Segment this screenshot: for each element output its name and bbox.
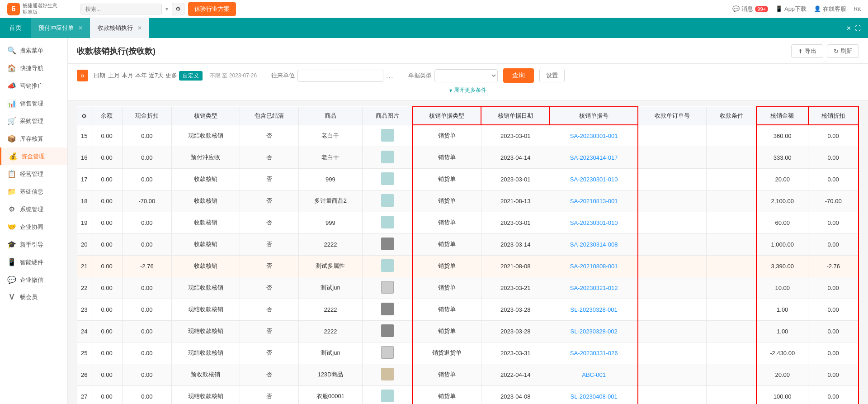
sidebar-item-finance[interactable]: 💰 资金管理 xyxy=(0,147,67,165)
td-writeoff-amount: 2,100.00 xyxy=(756,190,808,212)
query-btn[interactable]: 查询 xyxy=(503,68,534,83)
industry-btn[interactable]: 休验行业方案 xyxy=(188,2,236,16)
bill-no-link[interactable]: SA-20230414-017 xyxy=(570,154,618,161)
system-icon: ⚙ xyxy=(7,205,16,214)
bill-no-link[interactable]: ABC-001 xyxy=(582,371,606,378)
td-bill-type: 销货单 xyxy=(412,125,481,147)
date-option-more[interactable]: 更多 xyxy=(165,71,177,80)
td-receipt-no xyxy=(638,299,706,320)
td-bill-date: 2023-03-01 xyxy=(481,168,550,190)
partner-input[interactable] xyxy=(297,70,383,82)
sidebar-item-sales[interactable]: 📊 销售管理 xyxy=(0,95,67,112)
td-writeoff-discount: 0.00 xyxy=(808,233,859,255)
th-bill-type: 核销单据类型 xyxy=(412,107,481,125)
td-writeoff-amount: 20.00 xyxy=(756,364,808,385)
app-download-label: App下载 xyxy=(784,5,807,13)
expand-more-btn[interactable]: ▾ 展开更多条件 xyxy=(77,85,859,96)
td-receipt-cond xyxy=(707,147,756,168)
date-option-7days[interactable]: 近7天 xyxy=(149,71,164,80)
bill-no-link[interactable]: SA-20230314-008 xyxy=(570,241,618,248)
bill-no-link[interactable]: SA-20230301-010 xyxy=(570,176,618,183)
tab-close-all-icon[interactable]: ✕ xyxy=(846,25,851,32)
date-option-last-month[interactable]: 上月 xyxy=(108,71,120,80)
td-seq: 18 xyxy=(77,190,91,212)
bill-no-link[interactable]: SL-20230328-001 xyxy=(571,306,618,313)
td-bill-no: SA-20230321-012 xyxy=(550,277,638,299)
bill-no-link[interactable]: SA-20230331-026 xyxy=(570,350,618,356)
td-writeoff-type: 收款核销 xyxy=(172,212,240,233)
td-writeoff-type: 收款核销 xyxy=(172,255,240,277)
td-bill-no: SA-20230301-010 xyxy=(550,168,638,190)
bill-no-link[interactable]: SL-20230328-002 xyxy=(571,328,618,335)
date-range-text: 不限 至 2023-07-26 xyxy=(210,72,257,80)
date-custom-tag[interactable]: 自定义 xyxy=(179,71,203,81)
main-layout: 🔍 搜索菜单 🏠 快捷导航 📣 营销推广 📊 销售管理 🛒 采购管理 📦 xyxy=(0,38,868,404)
search-input[interactable] xyxy=(80,4,162,14)
td-goods: 测试多属性 xyxy=(298,255,362,277)
page-title-row: 收款核销执行(按收款) ⬆ 导出 ↻ 刷新 xyxy=(77,44,859,58)
date-option-this-year[interactable]: 本年 xyxy=(135,71,147,80)
app-download-btn[interactable]: 📱 App下载 xyxy=(775,5,807,13)
tab-expand-icon[interactable]: ⛶ xyxy=(855,25,861,32)
online-service-btn[interactable]: 👤 在线客服 xyxy=(814,5,846,13)
sidebar: 🔍 搜索菜单 🏠 快捷导航 📣 营销推广 📊 销售管理 🛒 采购管理 📦 xyxy=(0,38,68,404)
sidebar-item-purchase[interactable]: 🛒 采购管理 xyxy=(0,112,67,130)
date-option-this-month[interactable]: 本月 xyxy=(122,71,133,80)
bill-no-link[interactable]: SA-20210813-001 xyxy=(570,198,618,204)
td-balance: 0.00 xyxy=(91,212,122,233)
sidebar-label-search: 搜索菜单 xyxy=(20,47,43,55)
corp-icon: 🤝 xyxy=(7,223,16,231)
sidebar-item-marketing[interactable]: 📣 营销推广 xyxy=(0,77,67,95)
sidebar-item-guide[interactable]: 🎓 新手引导 xyxy=(0,236,67,253)
td-receipt-no xyxy=(638,190,706,212)
basic-icon: 📁 xyxy=(7,187,16,196)
settings-icon-btn[interactable]: ⚙ xyxy=(172,3,184,15)
sidebar-item-search[interactable]: 🔍 搜索菜单 xyxy=(0,42,67,59)
td-receipt-no xyxy=(638,125,706,147)
sidebar-item-system[interactable]: ⚙ 系统管理 xyxy=(0,200,67,218)
bill-no-link[interactable]: SA-20230301-001 xyxy=(570,133,618,139)
refresh-btn[interactable]: ↻ 刷新 xyxy=(827,44,859,58)
td-goods-img xyxy=(363,385,412,404)
tab-prepay[interactable]: 预付冲应付单 ✕ xyxy=(31,18,90,38)
td-settled: 否 xyxy=(240,255,298,277)
export-btn[interactable]: ⬆ 导出 xyxy=(791,44,823,58)
dropdown-arrow-icon: ▾ xyxy=(165,6,168,12)
td-bill-no: SL-20230328-001 xyxy=(550,299,638,320)
td-goods: 老白干 xyxy=(298,147,362,168)
settings-btn[interactable]: 设置 xyxy=(539,69,565,82)
partner-label: 往来单位 xyxy=(271,71,295,80)
sidebar-label-member: 畅会员 xyxy=(20,293,38,301)
bill-no-link[interactable]: SA-20210808-001 xyxy=(570,263,618,270)
td-bill-date: 2023-03-28 xyxy=(481,299,550,320)
bill-no-link[interactable]: SA-20230301-010 xyxy=(570,219,618,226)
td-goods-img xyxy=(363,277,412,299)
tab-prepay-close-icon[interactable]: ✕ xyxy=(78,25,83,31)
sidebar-item-business[interactable]: 📋 经营管理 xyxy=(0,165,67,183)
sidebar-item-corp[interactable]: 🤝 企业协同 xyxy=(0,218,67,236)
td-balance: 0.00 xyxy=(91,190,122,212)
td-cash-discount: 0.00 xyxy=(122,277,171,299)
bill-no-link[interactable]: SA-20230321-012 xyxy=(570,285,618,291)
td-goods: 999 xyxy=(298,212,362,233)
filter-expand-btn[interactable]: » xyxy=(77,70,88,81)
sidebar-item-member[interactable]: V 畅会员 xyxy=(0,289,67,306)
sidebar-label-basic: 基础信息 xyxy=(20,188,43,196)
td-writeoff-type: 收款核销 xyxy=(172,168,240,190)
td-writeoff-discount: 0.00 xyxy=(808,364,859,385)
sidebar-item-quick-nav[interactable]: 🏠 快捷导航 xyxy=(0,59,67,77)
td-goods: 2222 xyxy=(298,233,362,255)
bill-no-link[interactable]: SL-20230408-001 xyxy=(571,393,618,400)
sidebar-item-hardware[interactable]: 📱 智能硬件 xyxy=(0,253,67,271)
sidebar-item-basic[interactable]: 📁 基础信息 xyxy=(0,183,67,200)
tab-writeoff-close-icon[interactable]: ✕ xyxy=(137,25,142,31)
bill-type-select[interactable] xyxy=(434,69,498,82)
sidebar-item-wechat[interactable]: 💬 企业微信 xyxy=(0,271,67,289)
th-settings: ⚙ xyxy=(77,107,91,125)
tab-writeoff[interactable]: 收款核销执行 ✕ xyxy=(90,18,149,38)
user-area[interactable]: Rit xyxy=(854,5,861,12)
bill-type-filter: 单据类型 xyxy=(408,69,498,82)
message-btn[interactable]: 💬 消息 99+ xyxy=(732,5,768,13)
sidebar-item-inventory[interactable]: 📦 库存核算 xyxy=(0,130,67,147)
tab-home[interactable]: 首页 xyxy=(0,18,31,38)
